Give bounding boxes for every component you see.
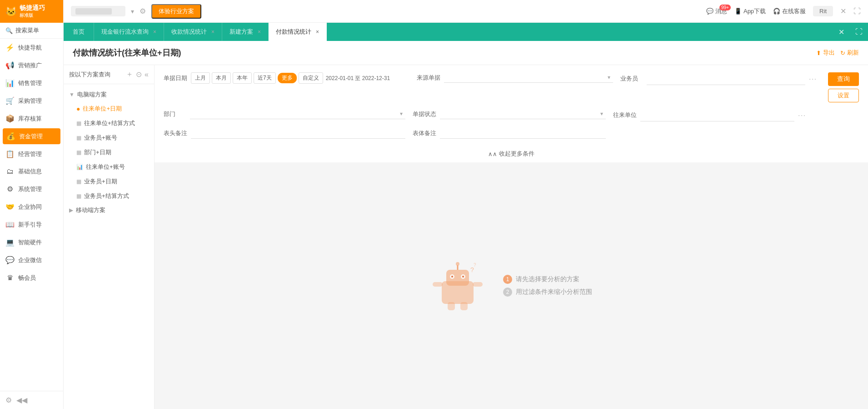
scheme-item-4-label: 部门+日期	[84, 148, 111, 157]
date-btn-this-year[interactable]: 本年	[233, 72, 252, 84]
message-badge: 99+	[719, 5, 731, 10]
logo-title: 畅捷通巧	[20, 4, 45, 12]
sidebar-item-sales[interactable]: 📊 销售管理	[0, 74, 63, 92]
scheme-item-2[interactable]: ▦ 往来单位+结算方式	[64, 116, 154, 131]
empty-tip-2: 2 用过滤条件来缩小分析范围	[503, 288, 592, 297]
filter-date-item: 单据日期 上月 本月 本年 近7天 更多 自定义 20	[164, 72, 409, 84]
scheme-collapse-icon[interactable]: «	[145, 71, 149, 79]
dept-chevron-icon: ▾	[400, 111, 403, 117]
window-close-icon[interactable]: ✕	[840, 7, 846, 15]
scheme-item-4[interactable]: ▦ 部门+日期	[64, 145, 154, 160]
query-button[interactable]: 查询	[828, 72, 859, 86]
date-btn-more[interactable]: 更多	[278, 73, 297, 83]
tab-income-label: 收款情况统计	[171, 28, 207, 36]
date-btn-last-month[interactable]: 上月	[191, 72, 210, 84]
sidebar-item-finance[interactable]: 💰 资金管理	[3, 128, 60, 144]
date-value: 上月 本月 本年 近7天 更多 自定义 2022-01-01 至 2022-12…	[191, 72, 409, 84]
refresh-button[interactable]: ↻ 刷新	[840, 49, 859, 57]
tab-new-scheme[interactable]: 新建方案 ×	[222, 23, 269, 41]
tab-income[interactable]: 收款情况统计 ×	[164, 23, 222, 41]
message-button[interactable]: 💬 消息 99+	[706, 7, 727, 15]
scheme-item-3[interactable]: ▦ 业务员+账号	[64, 131, 154, 145]
sidebar-item-quick[interactable]: ⚡ 快捷导航	[0, 39, 63, 56]
tab-income-close[interactable]: ×	[211, 29, 215, 35]
dept-select[interactable]: ▾	[190, 109, 405, 119]
scheme-item-1-label: 往来单位+日期	[83, 105, 122, 113]
sidebar-label-purchase: 采购管理	[18, 97, 42, 105]
empty-tips: 1 请先选择要分析的方案 2 用过滤条件来缩小分析范围	[503, 275, 592, 297]
header-right: 💬 消息 99+ 📱 App下载 🎧 在线客服 Rit ✕ ⛶	[706, 6, 861, 16]
sidebar-item-member[interactable]: ♛ 畅会员	[0, 269, 63, 287]
scheme-gear-icon[interactable]: ⊙	[136, 70, 142, 79]
tab-payment-close[interactable]: ×	[316, 29, 319, 35]
salesman-dots-icon[interactable]: ···	[809, 75, 817, 82]
filter-salesman-item: 业务员 ···	[620, 72, 817, 85]
scheme-item-5[interactable]: 📊 往来单位+账号	[64, 160, 154, 174]
header-gear-icon[interactable]: ⚙	[140, 7, 146, 15]
collapse-icon: ∧∧	[488, 151, 497, 157]
sidebar-item-basic[interactable]: 🗂 基础信息	[0, 163, 63, 180]
header-note-input[interactable]	[191, 128, 405, 139]
sidebar-item-purchase[interactable]: 🛒 采购管理	[0, 92, 63, 110]
sidebar-item-system[interactable]: ⚙ 系统管理	[0, 180, 63, 198]
sidebar-label-coop: 企业协同	[18, 203, 42, 211]
salesman-field[interactable]	[647, 72, 805, 85]
status-label: 单据状态	[413, 110, 436, 118]
collapse-more-button[interactable]: ∧∧ 收起更多条件	[155, 145, 868, 162]
source-select[interactable]: ▾	[444, 72, 614, 83]
sidebar-item-newbie[interactable]: 📖 新手引导	[0, 216, 63, 233]
scheme-group-desktop-header[interactable]: ▼ 电脑端方案	[64, 88, 154, 101]
tab-new-scheme-close[interactable]: ×	[258, 29, 261, 35]
purchase-icon: 🛒	[5, 96, 15, 105]
header-address	[71, 6, 125, 16]
app-icon: 📱	[734, 8, 742, 15]
online-service-button[interactable]: 🎧 在线客服	[773, 7, 806, 15]
settings-icon[interactable]: ⚙	[5, 396, 12, 404]
user-avatar[interactable]: Rit	[813, 6, 833, 16]
partner-dots-icon[interactable]: ···	[798, 111, 806, 119]
tabs-expand-button[interactable]: ⛶	[850, 28, 868, 36]
scheme-add-icon[interactable]: ＋	[126, 70, 133, 79]
sidebar-label-operation: 经营管理	[18, 150, 42, 158]
tab-home[interactable]: 首页	[64, 23, 94, 41]
body-note-input[interactable]	[440, 128, 606, 139]
collapse-icon[interactable]: ◀◀	[16, 396, 27, 404]
scheme-item-1[interactable]: ● 往来单位+日期	[64, 101, 154, 116]
tab-new-scheme-label: 新建方案	[229, 28, 253, 36]
sidebar-logo: 🐱 畅捷通巧 标准版	[0, 0, 63, 23]
sidebar-item-hardware[interactable]: 💻 智能硬件	[0, 233, 63, 251]
tab-payment[interactable]: 付款情况统计 ×	[269, 23, 327, 41]
tab-bank-close[interactable]: ×	[153, 29, 156, 35]
sidebar-item-wechat[interactable]: 💬 企业微信	[0, 251, 63, 269]
app-download-button[interactable]: 📱 App下载	[734, 7, 766, 15]
date-btn-7days[interactable]: 近7天	[254, 72, 276, 84]
action-buttons: 查询 设置	[828, 72, 859, 102]
date-btn-custom[interactable]: 自定义	[299, 72, 323, 84]
header-note-label: 表头备注	[164, 129, 187, 137]
empty-state: ? ? 1 请先选择要分析的方案 2 用过滤条件来缩小分析范围	[430, 258, 592, 313]
scheme-list: ▼ 电脑端方案 ● 往来单位+日期 ▦ 往来单位+结算方式 ▦ 业务员+账号	[64, 84, 154, 409]
header-dropdown-icon[interactable]: ▾	[131, 8, 134, 15]
trial-button[interactable]: 体验行业方案	[151, 4, 201, 19]
export-button[interactable]: ⬆ 导出	[816, 49, 835, 57]
marketing-icon: 📢	[5, 61, 15, 70]
sidebar-item-operation[interactable]: 📋 经营管理	[0, 145, 63, 163]
tabs-close-all-button[interactable]: ✕	[833, 28, 850, 36]
scheme-item-6[interactable]: ▦ 业务员+日期	[64, 174, 154, 189]
tab-bank[interactable]: 现金银行流水查询 ×	[94, 23, 164, 41]
scheme-item-4-icon: ▦	[76, 149, 81, 156]
status-select[interactable]: ▾	[440, 109, 606, 119]
stock-icon: 📦	[5, 114, 15, 123]
set-button[interactable]: 设置	[828, 89, 859, 102]
sidebar-item-marketing[interactable]: 📢 营销推广	[0, 56, 63, 74]
sidebar-search[interactable]: 🔍 搜索菜单	[0, 23, 63, 39]
date-btn-this-month[interactable]: 本月	[212, 72, 231, 84]
finance-icon: 💰	[6, 132, 15, 141]
sidebar: 🐱 畅捷通巧 标准版 🔍 搜索菜单 ⚡ 快捷导航 📢 营销推广 📊 销售管理 🛒…	[0, 0, 64, 409]
scheme-item-7[interactable]: ▦ 业务员+结算方式	[64, 189, 154, 203]
sidebar-item-coop[interactable]: 🤝 企业协同	[0, 198, 63, 216]
partner-field[interactable]	[640, 109, 795, 121]
window-expand-icon[interactable]: ⛶	[853, 7, 861, 15]
scheme-group-mobile-header[interactable]: ▶ 移动端方案	[64, 203, 154, 217]
sidebar-item-stock[interactable]: 📦 库存核算	[0, 110, 63, 127]
